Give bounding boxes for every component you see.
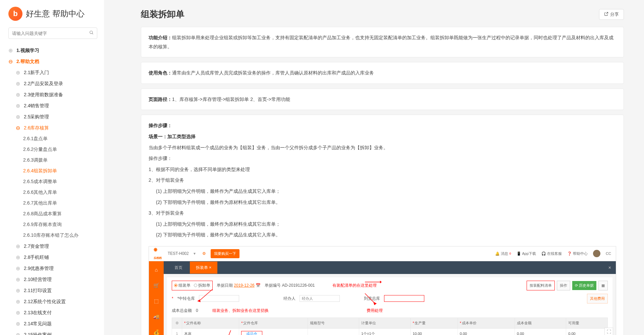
nav-211[interactable]: ⊕2.11打印设置	[8, 285, 97, 296]
nav-22[interactable]: ⊕2.2产品安装及登录	[8, 78, 97, 89]
nav-26[interactable]: ⊖2.6库存核算	[8, 122, 97, 133]
nav-266[interactable]: 2.6.6其他入库单	[8, 187, 97, 198]
ss-orderno: 单据编号 AD-20191226-001	[265, 282, 315, 289]
intro-text: 组装拆卸单用来处理企业组装或拆卸等加工业务，支持有固定装配清单的产品加工业务，也…	[149, 35, 613, 49]
path-label: 页面路径：	[149, 97, 172, 102]
ss-type-radio-group: 组装单 拆卸单	[172, 281, 213, 290]
nav-264[interactable]: 2.6.4组装拆卸单	[8, 166, 97, 176]
plus-icon: ⊕	[16, 254, 21, 261]
plus-icon: ⊕	[16, 103, 21, 109]
plus-icon: ⊕	[16, 243, 21, 249]
plus-icon: ⊕	[16, 92, 21, 98]
plus-icon: ⊕	[16, 287, 21, 294]
nav-268[interactable]: 2.6.8商品成本重算	[8, 209, 97, 219]
plus-icon: ⊕	[8, 47, 14, 54]
nav-210[interactable]: ⊕2.10经营管理	[8, 274, 97, 285]
fullscreen-icon[interactable]: ⛶	[604, 328, 613, 335]
nav-2610[interactable]: 2.6.10库存账本错了怎么办	[8, 230, 97, 241]
path-text: 1、库存核算->库存管理->组装拆卸单 2、首页->常用功能	[172, 97, 290, 102]
ss-date-value[interactable]: 2019-12-26	[234, 283, 254, 288]
chevron-down-icon[interactable]: ▾	[194, 250, 196, 258]
ss-bom-button[interactable]: 按装配料清单	[527, 281, 555, 290]
ss-try-button[interactable]: 我要购买一下	[211, 249, 239, 258]
step2: 2、对于组装业务	[149, 176, 616, 185]
nav-docs[interactable]: ⊖2.帮助文档	[8, 56, 97, 67]
nav-212[interactable]: ⊕2.12系统个性化设置	[8, 296, 97, 307]
embedded-screenshot: ◉乐档档 TEST-H002 ▾ ⚙ 我要购买一下 🔔 消息0 📱 App下载 …	[149, 246, 616, 335]
nav-213[interactable]: ⊕2.13在线支付	[8, 307, 97, 318]
ss-help-link[interactable]: ❓ 帮助中心	[567, 250, 588, 257]
nav-24[interactable]: ⊕2.4销售管理	[8, 100, 97, 111]
nav-265[interactable]: 2.6.5成本调整单	[8, 176, 97, 187]
box-icon[interactable]: ⬚	[154, 296, 159, 306]
radio-disassemble[interactable]: 拆卸单	[194, 282, 210, 289]
nav-21[interactable]: ⊕2.1新手入门	[8, 67, 97, 78]
nav-267[interactable]: 2.6.7其他出库单	[8, 198, 97, 209]
table-row[interactable]: 1 木床 成品仓 1个=1个 10.00 0.00 0.00 0.00	[172, 329, 608, 335]
wallet-icon[interactable]: 💰	[153, 328, 160, 335]
ss-cost-label: 成本总金额	[172, 307, 192, 315]
nav-27[interactable]: ⊕2.7资金管理	[8, 241, 97, 252]
plus-icon: ⊕	[16, 114, 21, 120]
share-button[interactable]: 分享	[599, 9, 624, 20]
ss-fee-button[interactable]: 其他费用	[587, 294, 608, 303]
nav-215[interactable]: ⊕2.15操作案例	[8, 329, 97, 335]
home-icon[interactable]: ⌂	[155, 265, 158, 275]
ss-username: CC	[606, 250, 611, 257]
ss-towh-input[interactable]	[384, 295, 424, 302]
brand-title: 好生意 帮助中心	[26, 8, 85, 19]
page-title: 组装拆卸单	[141, 8, 184, 20]
search-icon[interactable]	[89, 31, 94, 36]
ss-msg-link[interactable]: 🔔 消息0	[495, 250, 511, 257]
svg-marker-7	[373, 302, 377, 305]
ss-service-link[interactable]: 🎧 在线客服	[541, 250, 562, 257]
path-card: 页面路径：1、库存核算->库存管理->组装拆卸单 2、首页->常用功能	[141, 89, 624, 110]
nav-25[interactable]: ⊕2.5采购管理	[8, 111, 97, 122]
ss-person-input[interactable]	[300, 295, 340, 302]
close-all-icon[interactable]: ×	[608, 263, 611, 272]
ss-tab-home[interactable]: 首页	[168, 262, 189, 274]
steps-card: 操作步骤： 场景一：加工类型选择 当由多个子件材料组装成一个成品的业务为【组装】…	[141, 115, 624, 335]
brand-logo-icon: b	[8, 7, 22, 21]
nav-269[interactable]: 2.6.9库存账本查询	[8, 219, 97, 230]
ss-topbar: ◉乐档档 TEST-H002 ▾ ⚙ 我要购买一下 🔔 消息0 📱 App下载 …	[149, 246, 616, 261]
step2a: (1) 上部明细为父件明细，最终作为产成品生成其它入库单；	[149, 187, 616, 196]
nav-214[interactable]: ⊕2.14常见问题	[8, 318, 97, 329]
main-content: 组装拆卸单 分享 功能介绍：组装拆卸单用来处理企业组装或拆卸等加工业务，支持有固…	[104, 0, 634, 335]
nav-29[interactable]: ⊕2.9优惠券管理	[8, 263, 97, 274]
plus-icon: ⊕	[16, 265, 21, 272]
ss-warehouse-label: *中转仓库	[177, 295, 195, 302]
gear-icon[interactable]: ⚙	[202, 250, 206, 258]
sidebar: b 好生意 帮助中心 ⊕1.视频学习 ⊖2.帮助文档 ⊕2.1新手入门 ⊕2.2…	[0, 0, 104, 335]
truck-icon[interactable]: 🚚	[153, 312, 160, 322]
role-label: 使用角色：	[149, 70, 172, 75]
svg-line-8	[224, 330, 231, 335]
step1: 1、根据不同的业务，选择不同单据的类型来处理	[149, 165, 616, 174]
ss-op-button[interactable]: 操作	[557, 281, 570, 290]
avatar-icon[interactable]	[593, 250, 600, 257]
cart-icon[interactable]: 🛒	[153, 281, 160, 290]
grid-icon[interactable]: ▦	[598, 281, 608, 290]
minus-icon: ⊖	[16, 125, 21, 131]
nav-23[interactable]: ⊕2.3使用前数据准备	[8, 89, 97, 100]
nav-261[interactable]: 2.6.1盘点单	[8, 133, 97, 144]
plus-icon: ⊕	[16, 298, 21, 305]
radio-assemble[interactable]: 组装单	[174, 282, 191, 289]
step3a: (1) 上部明细为父件明细，最终作为原材料生成其它出库单；	[149, 220, 616, 229]
ss-tab-active[interactable]: 拆装单 ×	[190, 262, 217, 274]
ss-leftnav: ⌂ 🛒 ⬚ 🚚 💰 🏪 📊	[149, 261, 164, 335]
ss-app-link[interactable]: 📱 App下载	[517, 250, 536, 257]
search-input[interactable]	[8, 27, 97, 39]
plus-icon: ⊕	[16, 69, 21, 76]
nav-video[interactable]: ⊕1.视频学习	[8, 45, 97, 56]
ss-annotation-switch: 组装业务、拆卸业务在这里切换	[212, 307, 269, 315]
nav-tree: ⊕1.视频学习 ⊖2.帮助文档 ⊕2.1新手入门 ⊕2.2产品安装及登录 ⊕2.…	[8, 45, 97, 335]
role-text: 通常由生产人员或库管人员完成拆装业务的操作，库管人员确认原材料的出库和产成品的入…	[172, 70, 374, 75]
nav-263[interactable]: 2.6.3调拨单	[8, 155, 97, 166]
svg-marker-3	[380, 281, 382, 283]
nav-28[interactable]: ⊕2.8手机旺铺	[8, 252, 97, 263]
ss-logo-icon: ◉乐档档	[154, 245, 162, 262]
ss-side-toolbar: ⛶ ⤢	[604, 328, 613, 335]
nav-262[interactable]: 2.6.2分量盘点单	[8, 144, 97, 155]
ss-history-button[interactable]: ⟳ 历史单据	[572, 281, 596, 290]
